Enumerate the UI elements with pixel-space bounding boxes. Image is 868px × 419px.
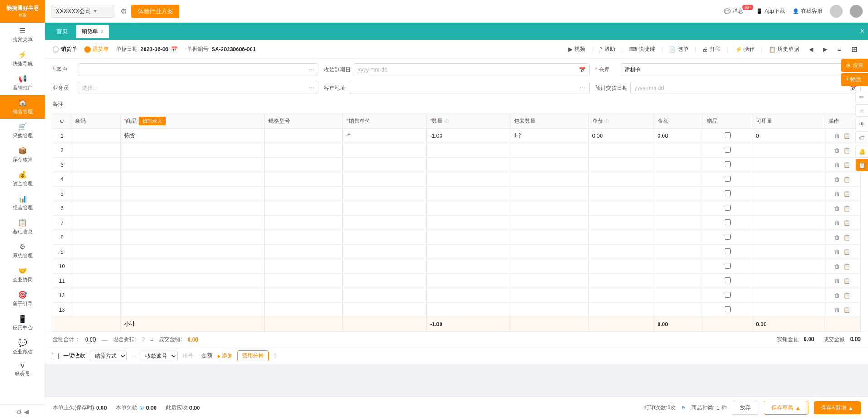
row-gift[interactable] [703,216,752,230]
row-barcode[interactable] [71,201,121,216]
row-amount[interactable] [654,143,703,158]
row-gift[interactable] [703,172,752,187]
row-unit-price[interactable] [588,158,654,172]
sidebar-item-basics[interactable]: 📋 基础信息 [0,215,45,239]
save-new-button[interactable]: 保存&新增 ▲ [814,401,861,414]
prev-btn[interactable]: ◀ [805,45,817,54]
row-spec[interactable] [264,259,342,274]
expected-date-input[interactable]: yyyy-mm-dd 📅 [630,82,861,94]
row-unit-price[interactable] [588,259,654,274]
row-unit[interactable] [343,230,427,245]
delete-icon[interactable]: 🗑 [834,262,841,270]
row-amount[interactable] [654,158,703,172]
row-goods[interactable] [120,172,264,187]
row-amount[interactable] [654,274,703,288]
row-barcode[interactable] [71,303,121,317]
delete-icon[interactable]: 🗑 [834,204,841,212]
sidebar-item-system[interactable]: ⚙ 系统管理 [0,239,45,263]
row-qty[interactable] [426,303,510,317]
gift-checkbox[interactable] [725,219,731,225]
row-unit[interactable] [343,187,427,201]
row-qty[interactable] [426,158,510,172]
row-goods[interactable] [120,288,264,303]
row-pack-qty[interactable] [510,303,588,317]
row-spec[interactable] [264,172,342,187]
row-pack-qty[interactable]: 1个 [510,129,588,143]
row-amount[interactable] [654,187,703,201]
row-unit-price[interactable] [588,288,654,303]
gift-checkbox[interactable] [725,132,731,138]
return-order-radio[interactable]: 退货单 [84,45,109,53]
row-goods[interactable] [120,158,264,172]
choose-btn[interactable]: 📄 选单 [665,44,692,54]
gift-checkbox[interactable] [725,292,731,298]
customer-addr-dots[interactable]: ··· [579,84,585,92]
add-button[interactable]: ● 添加 [217,352,233,360]
row-unit-price[interactable] [588,303,654,317]
warehouse-input[interactable]: 建材仓 ··· [621,63,861,76]
row-qty[interactable]: -1.00 [426,129,510,143]
row-qty[interactable] [426,172,510,187]
history-btn[interactable]: 📋 历史单据 [765,44,803,54]
customer-dots[interactable]: ··· [308,66,314,74]
row-unit[interactable] [343,143,427,158]
sidebar-item-operations[interactable]: 📊 经营管理 [0,191,45,215]
row-gift[interactable] [703,158,752,172]
row-pack-qty[interactable] [510,216,588,230]
salesperson-dots[interactable]: ··· [308,84,314,92]
float-orange-btn[interactable]: 📋 [855,159,868,171]
list-view-btn[interactable]: ≡ [834,44,845,55]
sidebar-item-quick-nav[interactable]: ⚡ 快捷导航 [0,47,45,71]
row-goods[interactable] [120,259,264,274]
row-pack-qty[interactable] [510,230,588,245]
sidebar-item-sales[interactable]: 🏠 销售管理 [0,95,45,119]
copy-icon[interactable]: 📋 [843,146,851,154]
tab-home[interactable]: 首页 [49,24,75,38]
row-barcode[interactable] [71,172,121,187]
row-barcode[interactable] [71,143,121,158]
settings-gear-icon[interactable]: ⚙ [16,408,22,415]
row-barcode[interactable] [71,216,121,230]
row-gift[interactable] [703,129,752,143]
row-spec[interactable] [264,303,342,317]
row-gift[interactable] [703,201,752,216]
copy-icon[interactable]: 📋 [843,219,851,227]
collapse-icon[interactable]: ◀ [24,408,29,415]
row-amount[interactable] [654,172,703,187]
operate-btn[interactable]: ⚡ 操作 [732,44,758,54]
row-amount[interactable] [654,288,703,303]
row-qty[interactable] [426,201,510,216]
copy-icon[interactable]: 📋 [843,233,851,241]
float-tag-btn[interactable]: 🏷 [855,131,868,144]
gift-checkbox[interactable] [725,176,731,182]
sidebar-item-vip[interactable]: V 畅会员 [0,359,45,381]
gift-checkbox[interactable] [725,234,731,240]
gift-checkbox[interactable] [725,277,731,283]
settlement-dots[interactable]: ··· [131,353,136,359]
app-download-button[interactable]: 📱 App下载 [756,7,785,15]
user-avatar[interactable] [830,5,843,18]
copy-icon[interactable]: 📋 [843,161,851,169]
row-spec[interactable] [264,143,342,158]
row-pack-qty[interactable] [510,158,588,172]
row-qty[interactable] [426,245,510,259]
row-qty[interactable] [426,187,510,201]
delete-icon[interactable]: 🗑 [834,132,841,140]
row-gift[interactable] [703,303,752,317]
row-unit-price[interactable] [588,172,654,187]
video-btn[interactable]: ▶ 视频 [565,44,589,54]
calendar-icon[interactable]: 📅 [171,46,178,53]
row-spec[interactable] [264,288,342,303]
row-barcode[interactable] [71,288,121,303]
row-unit[interactable] [343,259,427,274]
sidebar-item-finance[interactable]: 💰 资金管理 [0,167,45,191]
row-pack-qty[interactable] [510,288,588,303]
delete-icon[interactable]: 🗑 [834,291,841,299]
row-pack-qty[interactable] [510,143,588,158]
row-goods[interactable] [120,230,264,245]
close-all-tabs-icon[interactable]: × [860,27,864,35]
row-goods[interactable]: 拣货 [120,129,264,143]
sidebar-item-collab[interactable]: 🤝 企业协同 [0,263,45,287]
gift-checkbox[interactable] [725,306,731,312]
sidebar-item-purchase[interactable]: 🛒 采购管理 [0,119,45,143]
